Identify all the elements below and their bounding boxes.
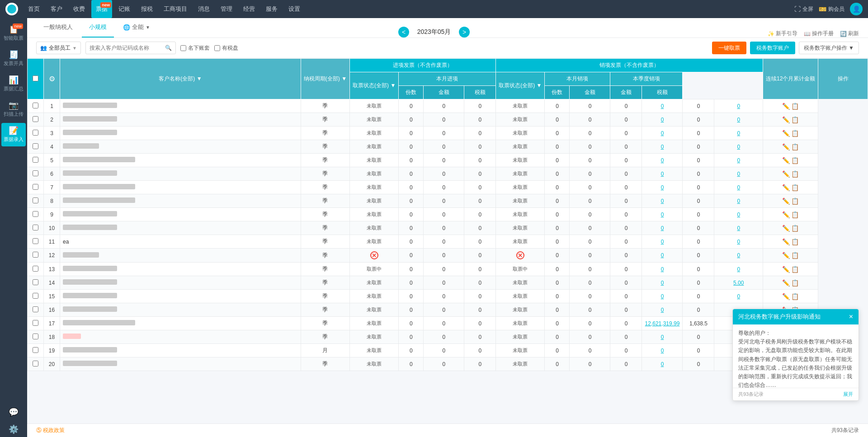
row-checkbox[interactable] bbox=[33, 266, 38, 272]
row-checkbox[interactable] bbox=[33, 252, 38, 258]
edit-icon[interactable]: ✏️ bbox=[782, 184, 790, 191]
my-accounts-checkbox[interactable] bbox=[180, 45, 186, 51]
rebate-amount-link[interactable]: 0 bbox=[661, 348, 664, 354]
row-checkbox[interactable] bbox=[33, 361, 38, 367]
rebate-amount-link[interactable]: 0 bbox=[661, 103, 664, 109]
sidebar-item-scan[interactable]: 📷 扫描上传 bbox=[1, 98, 26, 121]
rebate-amount-link[interactable]: 0 bbox=[661, 211, 664, 218]
in-status-header[interactable]: 取票状态(全部) ▼ bbox=[350, 72, 399, 99]
nav-message[interactable]: 消息 bbox=[193, 0, 214, 18]
row-checkbox[interactable] bbox=[33, 143, 38, 149]
rebate-amount-link[interactable]: 0 bbox=[661, 280, 664, 286]
rebate-amount-link[interactable]: 0 bbox=[661, 225, 664, 231]
copy-icon[interactable]: 📋 bbox=[791, 266, 799, 273]
row-checkbox[interactable] bbox=[33, 197, 38, 203]
copy-icon[interactable]: 📋 bbox=[791, 238, 799, 245]
consec-link[interactable]: 0 bbox=[737, 157, 740, 164]
nav-home[interactable]: 首页 bbox=[24, 0, 44, 18]
copy-icon[interactable]: 📋 bbox=[791, 170, 799, 178]
tax-policy-link[interactable]: ⑤ 税政政策 bbox=[36, 427, 65, 434]
edit-icon[interactable]: ✏️ bbox=[782, 211, 790, 218]
consec-link[interactable]: 0 bbox=[737, 293, 740, 300]
row-checkbox[interactable] bbox=[33, 306, 38, 312]
consec-link[interactable]: 0 bbox=[737, 171, 740, 177]
search-icon[interactable]: 🔍 bbox=[165, 45, 172, 51]
copy-icon[interactable]: 📋 bbox=[791, 252, 799, 259]
copy-icon[interactable]: 📋 bbox=[791, 293, 799, 300]
copy-icon[interactable]: 📋 bbox=[791, 143, 799, 150]
app-logo[interactable] bbox=[5, 3, 18, 15]
edit-icon[interactable]: ✏️ bbox=[782, 266, 790, 273]
edit-icon[interactable]: ✏️ bbox=[782, 293, 790, 300]
copy-icon[interactable]: 📋 bbox=[791, 130, 799, 137]
rebate-amount-link[interactable]: 0 bbox=[661, 239, 664, 245]
row-checkbox[interactable] bbox=[33, 238, 38, 244]
copy-icon[interactable]: 📋 bbox=[791, 103, 799, 110]
select-all-checkbox[interactable] bbox=[33, 75, 38, 81]
row-checkbox[interactable] bbox=[33, 157, 38, 163]
sidebar-item-chat[interactable]: 💬 bbox=[1, 404, 26, 420]
row-checkbox[interactable] bbox=[33, 293, 38, 299]
row-checkbox[interactable] bbox=[33, 279, 38, 285]
rebate-amount-link[interactable]: 12,621,319.99 bbox=[645, 320, 680, 327]
one-key-btn[interactable]: 一键取票 bbox=[712, 42, 746, 54]
nav-accounting[interactable]: 记账 bbox=[114, 0, 135, 18]
edit-icon[interactable]: ✏️ bbox=[782, 252, 790, 259]
row-checkbox[interactable] bbox=[33, 184, 38, 190]
edit-icon[interactable]: ✏️ bbox=[782, 197, 790, 205]
consec-link[interactable]: 0 bbox=[737, 144, 740, 150]
nav-commerce[interactable]: 工商项目 bbox=[159, 0, 192, 18]
refresh-link[interactable]: 🔄 刷新 bbox=[840, 30, 859, 38]
row-checkbox[interactable] bbox=[33, 103, 38, 108]
out-status-header[interactable]: 取票状态(全部) ▼ bbox=[496, 72, 545, 99]
fullscreen-btn[interactable]: ⛶ 全屏 bbox=[794, 5, 813, 13]
tab-all[interactable]: 🌐 全能 ▼ bbox=[116, 18, 157, 38]
copy-icon[interactable]: 📋 bbox=[791, 184, 799, 191]
notif-expand-link[interactable]: 展开 bbox=[843, 391, 853, 398]
edit-icon[interactable]: ✏️ bbox=[782, 279, 790, 287]
edit-icon[interactable]: ✏️ bbox=[782, 103, 790, 110]
has-tax-checkbox-label[interactable]: 有税盘 bbox=[214, 44, 238, 52]
nav-settings[interactable]: 设置 bbox=[284, 0, 305, 18]
nav-invoice[interactable]: 票据 new bbox=[91, 0, 112, 18]
rebate-amount-link[interactable]: 0 bbox=[661, 361, 664, 367]
member-btn[interactable]: 🎫 购会员 bbox=[819, 5, 844, 13]
copy-icon[interactable]: 📋 bbox=[791, 225, 799, 232]
rebate-amount-link[interactable]: 0 bbox=[661, 144, 664, 150]
rebate-amount-link[interactable]: 0 bbox=[661, 252, 664, 258]
row-checkbox[interactable] bbox=[33, 170, 38, 176]
tab-general-taxpayer[interactable]: 一般纳税人 bbox=[36, 18, 80, 38]
rebate-amount-link[interactable]: 0 bbox=[661, 117, 664, 123]
row-checkbox[interactable] bbox=[33, 334, 38, 339]
row-checkbox[interactable] bbox=[33, 116, 38, 122]
digital-account-op-btn[interactable]: 税务数字账户操作 ▼ bbox=[799, 42, 859, 54]
rebate-amount-link[interactable]: 0 bbox=[661, 171, 664, 177]
consec-link[interactable]: 0 bbox=[737, 266, 740, 273]
consec-link[interactable]: 0 bbox=[737, 117, 740, 123]
copy-icon[interactable]: 📋 bbox=[791, 279, 799, 287]
edit-icon[interactable]: ✏️ bbox=[782, 157, 790, 164]
consec-link[interactable]: 0 bbox=[737, 225, 740, 231]
copy-icon[interactable]: 📋 bbox=[791, 116, 799, 123]
notif-close-btn[interactable]: × bbox=[849, 313, 853, 320]
row-checkbox[interactable] bbox=[33, 320, 38, 326]
nav-manage[interactable]: 管理 bbox=[216, 0, 237, 18]
sidebar-item-summary[interactable]: 📊 票据汇总 bbox=[1, 72, 26, 96]
edit-icon[interactable]: ✏️ bbox=[782, 143, 790, 150]
rebate-amount-link[interactable]: 0 bbox=[661, 334, 664, 340]
period-next-btn[interactable]: > bbox=[459, 27, 470, 38]
nav-fee[interactable]: 收费 bbox=[69, 0, 90, 18]
consec-link[interactable]: 0 bbox=[737, 184, 740, 191]
my-accounts-checkbox-label[interactable]: 名下账套 bbox=[180, 44, 210, 52]
col-header-name[interactable]: 客户名称(全部) ▼ bbox=[60, 59, 301, 99]
row-checkbox[interactable] bbox=[33, 225, 38, 230]
rebate-amount-link[interactable]: 0 bbox=[661, 293, 664, 300]
sidebar-item-issue[interactable]: 🧾 发票开具 bbox=[1, 47, 26, 70]
new-guide-link[interactable]: ✨ 新手引导 bbox=[768, 30, 797, 38]
rebate-amount-link[interactable]: 0 bbox=[661, 266, 664, 273]
nav-operation[interactable]: 经营 bbox=[239, 0, 259, 18]
sidebar-item-settings[interactable]: ⚙️ bbox=[1, 422, 26, 437]
tab-small-scale[interactable]: 小规模 bbox=[82, 18, 114, 38]
edit-icon[interactable]: ✏️ bbox=[782, 116, 790, 123]
sidebar-item-entry[interactable]: 📝 票据录入 bbox=[1, 123, 26, 146]
